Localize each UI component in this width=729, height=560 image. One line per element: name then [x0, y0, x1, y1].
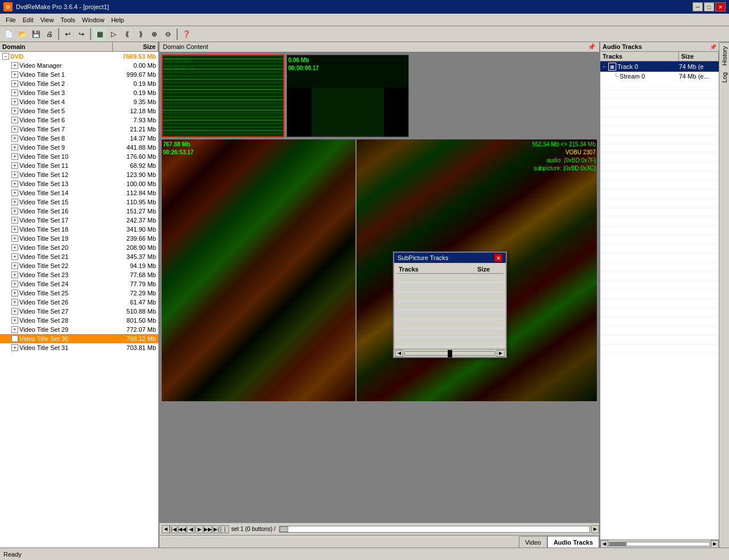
- expander-26[interactable]: +: [11, 299, 18, 306]
- maximize-button[interactable]: □: [704, 2, 714, 11]
- nav-last[interactable]: ▶|: [212, 525, 220, 533]
- expander-28[interactable]: +: [11, 317, 18, 324]
- tree-row-2[interactable]: + Video Title Set 2 0.19 Mb: [0, 79, 158, 88]
- expander-18[interactable]: +: [11, 226, 18, 233]
- expander-27[interactable]: +: [11, 308, 18, 315]
- expander-21[interactable]: +: [11, 253, 18, 260]
- nav-prev[interactable]: ◀: [187, 525, 195, 533]
- expander-5[interactable]: +: [11, 108, 18, 114]
- tree-row-11[interactable]: + Video Title Set 11 68.92 Mb: [0, 161, 158, 170]
- audio-track-0[interactable]: − ▦ Track 0 74 Mb (e: [600, 61, 719, 72]
- tree-row-5[interactable]: + Video Title Set 5 12.18 Mb: [0, 106, 158, 116]
- tree-row-23[interactable]: + Video Title Set 23 77.68 Mb: [0, 270, 158, 279]
- tree-row-9[interactable]: + Video Title Set 9 441.88 Mb: [0, 143, 158, 152]
- track0-expander[interactable]: −: [600, 64, 608, 69]
- tree-row-16[interactable]: + Video Title Set 16 151.27 Mb: [0, 207, 158, 216]
- menu-tools[interactable]: Tools: [57, 15, 79, 24]
- expander-22[interactable]: +: [11, 262, 18, 269]
- tree-row-15[interactable]: + Video Title Set 15 110.95 Mb: [0, 197, 158, 207]
- dialog-close-button[interactable]: ✕: [494, 254, 502, 262]
- toolbar-b3[interactable]: ⟪: [121, 28, 133, 40]
- rp-scroll-left[interactable]: ◀: [600, 540, 608, 548]
- expander-6[interactable]: +: [11, 117, 18, 123]
- tree-row-3[interactable]: + Video Title Set 3 0.19 Mb: [0, 88, 158, 97]
- expander-8[interactable]: +: [11, 135, 18, 142]
- tree-row-22[interactable]: + Video Title Set 22 94.19 Mb: [0, 261, 158, 270]
- rp-scroll-right[interactable]: ▶: [711, 540, 719, 548]
- tree-row-dvd[interactable]: − DVD 7669.53 Mb: [0, 52, 158, 61]
- expander-30[interactable]: −: [11, 335, 18, 342]
- dialog-scroll-thumb[interactable]: ▐▌: [404, 351, 495, 356]
- tab-audio-tracks[interactable]: Audio Tracks: [547, 536, 599, 547]
- tab-video[interactable]: Video: [519, 536, 547, 547]
- expander-23[interactable]: +: [11, 271, 18, 278]
- toolbar-undo[interactable]: ↩: [62, 28, 74, 40]
- expander-2[interactable]: +: [11, 80, 18, 87]
- tree-row-25[interactable]: + Video Title Set 25 72.29 Mb: [0, 289, 158, 298]
- tree-row-24[interactable]: + Video Title Set 24 77.79 Mb: [0, 279, 158, 289]
- toolbar-print[interactable]: 🖨: [43, 28, 56, 40]
- tree-row-14[interactable]: + Video Title Set 14 112.84 Mb: [0, 188, 158, 197]
- tree-row-31[interactable]: + Video Title Set 31 703.81 Mb: [0, 343, 158, 352]
- tree-row-20[interactable]: + Video Title Set 20 208.90 Mb: [0, 243, 158, 252]
- expander-17[interactable]: +: [11, 217, 18, 224]
- expander-4[interactable]: +: [11, 98, 18, 105]
- dialog-scrollbar[interactable]: ◀ ▐▌ ▶: [394, 349, 506, 357]
- toolbar-b2[interactable]: ▷: [107, 28, 120, 40]
- menu-edit[interactable]: Edit: [19, 15, 37, 24]
- progress-bar[interactable]: [279, 526, 590, 533]
- tree-row-8[interactable]: + Video Title Set 8 14.37 Mb: [0, 134, 158, 143]
- tree-row-6[interactable]: + Video Title Set 6 7.93 Mb: [0, 116, 158, 125]
- h-scroll-right[interactable]: ▶: [591, 525, 599, 533]
- expander-29[interactable]: +: [11, 326, 18, 333]
- audio-panel-pin[interactable]: 📌: [710, 44, 716, 50]
- expander-25[interactable]: +: [11, 290, 18, 297]
- expander-24[interactable]: +: [11, 281, 18, 287]
- log-tab[interactable]: Log: [720, 69, 729, 86]
- tree-row-28[interactable]: + Video Title Set 28 801.50 Mb: [0, 316, 158, 325]
- toolbar-b5[interactable]: ⊕: [148, 28, 161, 40]
- h-scroll-left[interactable]: ◀: [162, 525, 170, 533]
- expander-15[interactable]: +: [11, 199, 18, 205]
- tree-row-30[interactable]: − Video Title Set 30 768.12 Mb: [0, 334, 158, 343]
- expander-31[interactable]: +: [11, 344, 18, 351]
- dialog-scroll-right[interactable]: ▶: [497, 350, 505, 357]
- toolbar-save[interactable]: 💾: [30, 28, 42, 40]
- nav-extra[interactable]: |: [221, 525, 229, 533]
- menu-view[interactable]: View: [37, 15, 58, 24]
- domain-content-pin[interactable]: 📌: [588, 43, 596, 51]
- tree-row-27[interactable]: + Video Title Set 27 510.88 Mb: [0, 307, 158, 316]
- expander-10[interactable]: +: [11, 153, 18, 160]
- tree-row-4[interactable]: + Video Title Set 4 9.35 Mb: [0, 97, 158, 106]
- tree-row-21[interactable]: + Video Title Set 21 345.37 Mb: [0, 252, 158, 261]
- expander-19[interactable]: +: [11, 235, 18, 242]
- menu-file[interactable]: File: [2, 15, 19, 24]
- progress-thumb[interactable]: [280, 526, 288, 532]
- dialog-scroll-left[interactable]: ◀: [395, 350, 403, 357]
- toolbar-new[interactable]: 📄: [2, 28, 15, 40]
- menu-window[interactable]: Window: [79, 15, 108, 24]
- expander-20[interactable]: +: [11, 244, 18, 251]
- toolbar-help[interactable]: ❓: [180, 28, 193, 40]
- nav-next-fast[interactable]: ▶▶: [204, 525, 212, 533]
- expander-7[interactable]: +: [11, 126, 18, 133]
- tree-row-29[interactable]: + Video Title Set 29 772.07 Mb: [0, 325, 158, 334]
- large-thumb-left[interactable]: 767.88 Mb 00:26:53.17: [162, 139, 355, 401]
- toolbar-b4[interactable]: ⟫: [134, 28, 147, 40]
- tree-row-7[interactable]: + Video Title Set 7 21.21 Mb: [0, 125, 158, 134]
- expander-3[interactable]: +: [11, 89, 18, 96]
- thumb2[interactable]: 0.06 Mb 00:00:00.17: [286, 55, 409, 137]
- dvd-expander[interactable]: −: [2, 53, 9, 60]
- menu-help[interactable]: Help: [108, 15, 128, 24]
- tree-row-26[interactable]: + Video Title Set 26 61.47 Mb: [0, 298, 158, 307]
- nav-next[interactable]: ▶: [195, 525, 203, 533]
- rp-scroll-thumb[interactable]: [609, 542, 626, 546]
- tree-row-0[interactable]: + Video Manager 0.00 Mb: [0, 61, 158, 70]
- expander-9[interactable]: +: [11, 144, 18, 151]
- tree-row-18[interactable]: + Video Title Set 18 341.90 Mb: [0, 225, 158, 234]
- toolbar-b1[interactable]: ▦: [93, 28, 106, 40]
- toolbar-open[interactable]: 📂: [16, 28, 28, 40]
- nav-prev-fast[interactable]: ◀◀: [178, 525, 186, 533]
- history-tab[interactable]: History: [720, 42, 729, 69]
- expander-0[interactable]: +: [11, 62, 18, 69]
